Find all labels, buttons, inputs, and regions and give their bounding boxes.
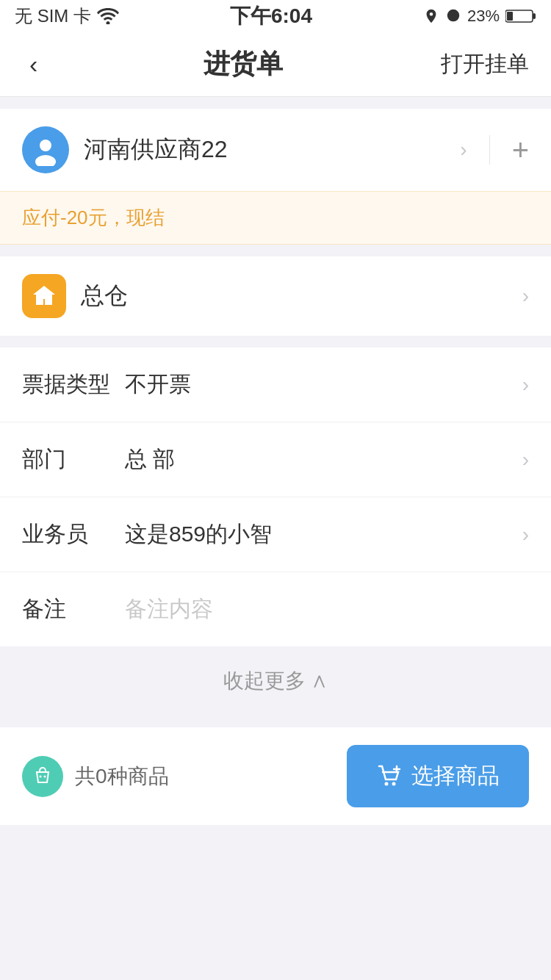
department-row[interactable]: 部门 总 部 › [0, 422, 551, 497]
department-value: 总 部 [125, 444, 522, 475]
supplier-chevron-icon: › [460, 138, 467, 162]
warehouse-chevron-icon: › [522, 284, 529, 308]
svg-rect-1 [533, 13, 536, 19]
sim-status: 无 SIM 卡 [15, 4, 91, 28]
content-area: 河南供应商22 › + 应付-20元，现结 总仓 › 票据类型 [0, 109, 551, 825]
ticket-type-row[interactable]: 票据类型 不开票 › [0, 347, 551, 422]
ticket-type-chevron-icon: › [522, 373, 529, 397]
svg-rect-2 [507, 12, 513, 21]
department-chevron-icon: › [522, 448, 529, 472]
product-icon-wrap [22, 756, 63, 797]
open-pending-button[interactable]: 打开挂单 [441, 49, 529, 79]
status-time: 下午6:04 [230, 2, 312, 30]
product-bag-icon [31, 765, 54, 788]
svg-point-4 [35, 155, 56, 166]
add-supplier-icon[interactable]: + [512, 134, 529, 167]
remark-label: 备注 [22, 594, 125, 624]
warehouse-card[interactable]: 总仓 › [0, 256, 551, 336]
cart-plus-icon [376, 763, 403, 790]
warehouse-icon [31, 283, 57, 309]
status-bar: 无 SIM 卡 下午6:04 23% [0, 0, 551, 32]
svg-point-7 [385, 782, 389, 785]
supplier-card: 河南供应商22 › + 应付-20元，现结 [0, 109, 551, 245]
department-label: 部门 [22, 444, 125, 475]
supplier-avatar [22, 126, 69, 173]
collapse-row[interactable]: 收起更多 ∧ [0, 646, 551, 716]
select-product-button[interactable]: 选择商品 [347, 745, 529, 807]
nav-bar: ‹ 进货单 打开挂单 [0, 32, 551, 97]
status-right: 23% [423, 7, 536, 26]
supplier-name: 河南供应商22 [84, 134, 460, 166]
vertical-divider [489, 135, 490, 165]
ticket-type-label: 票据类型 [22, 370, 125, 400]
notice-banner: 应付-20元，现结 [0, 191, 551, 245]
supplier-actions: › + [460, 134, 529, 167]
salesman-chevron-icon: › [522, 523, 529, 547]
salesman-row[interactable]: 业务员 这是859的小智 › [0, 497, 551, 572]
supplier-row[interactable]: 河南供应商22 › + [0, 109, 551, 191]
location-icon [423, 8, 439, 24]
bottom-bar: 共0种商品 选择商品 [0, 727, 551, 825]
form-card: 票据类型 不开票 › 部门 总 部 › 业务员 这是859的小智 › 备注 备注… [0, 347, 551, 646]
warehouse-name: 总仓 [81, 280, 522, 312]
warehouse-row[interactable]: 总仓 › [0, 256, 551, 336]
wifi-icon [97, 8, 119, 24]
status-left: 无 SIM 卡 [15, 4, 119, 28]
salesman-label: 业务员 [22, 519, 125, 550]
svg-point-8 [392, 782, 396, 785]
product-count-wrap: 共0种商品 [22, 756, 169, 797]
salesman-value: 这是859的小智 [125, 519, 522, 550]
svg-point-3 [40, 140, 51, 151]
battery-icon [505, 8, 536, 24]
battery-percent: 23% [467, 7, 500, 26]
ticket-type-value: 不开票 [125, 370, 522, 400]
remark-input[interactable]: 备注内容 [125, 594, 529, 624]
back-button[interactable]: ‹ [22, 43, 45, 86]
avatar-icon [29, 134, 62, 166]
remark-row[interactable]: 备注 备注内容 [0, 572, 551, 646]
alarm-icon [445, 8, 461, 24]
svg-point-6 [44, 775, 46, 777]
warehouse-icon-wrap [22, 274, 66, 318]
select-product-label: 选择商品 [411, 761, 500, 791]
product-count-label: 共0种商品 [75, 763, 169, 790]
page-title: 进货单 [204, 46, 283, 82]
svg-point-5 [40, 775, 42, 777]
